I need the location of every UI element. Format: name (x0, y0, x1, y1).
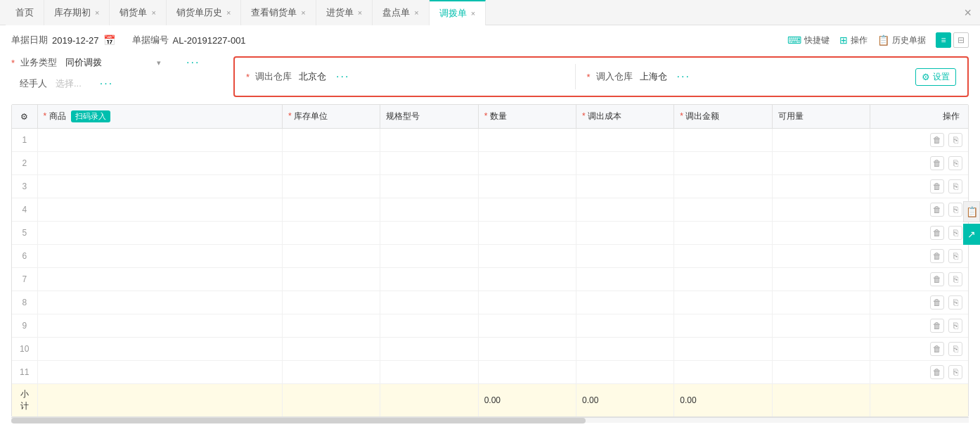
copy-row-button[interactable]: ⎘ (948, 156, 962, 170)
row-qty[interactable] (478, 338, 576, 361)
row-cost[interactable] (576, 198, 673, 222)
delete-row-button[interactable]: 🗑 (930, 342, 944, 356)
tab-stocktake[interactable]: 盘点单 × (373, 0, 429, 25)
row-cost[interactable] (576, 222, 673, 245)
row-product[interactable] (37, 314, 282, 338)
th-settings[interactable]: ⚙ (12, 105, 37, 129)
warehouse-in-value[interactable]: 上海仓 (640, 70, 667, 83)
tab-stocktake-close[interactable]: × (414, 8, 418, 17)
row-product[interactable] (37, 268, 282, 291)
tab-purchase-close[interactable]: × (358, 8, 362, 17)
shortcuts-button[interactable]: ⌨ 快捷键 (787, 34, 830, 46)
business-type-more[interactable]: ··· (186, 56, 200, 69)
tab-sales-order[interactable]: 销货单 × (110, 0, 166, 25)
side-expand-button[interactable]: ↗ (963, 224, 980, 245)
row-product[interactable] (37, 291, 282, 314)
copy-row-button[interactable]: ⎘ (948, 319, 962, 333)
warehouse-in-more[interactable]: ··· (677, 70, 690, 83)
copy-row-button[interactable]: ⎘ (948, 203, 962, 217)
tab-sales-order-close[interactable]: × (151, 8, 155, 17)
row-cost[interactable] (576, 338, 673, 361)
operator-select[interactable]: 选择... (56, 77, 82, 90)
delete-row-button[interactable]: 🗑 (930, 249, 944, 263)
row-cost[interactable] (576, 361, 673, 384)
copy-row-button[interactable]: ⎘ (948, 365, 962, 379)
row-qty[interactable] (478, 268, 576, 291)
copy-row-button[interactable]: ⎘ (948, 179, 962, 193)
row-product[interactable] (37, 152, 282, 175)
settings-button[interactable]: ⚙ 设置 (915, 68, 956, 86)
layout-list-button[interactable]: ≡ (936, 32, 951, 48)
delete-row-button[interactable]: 🗑 (930, 203, 944, 217)
business-type-select[interactable]: 同价调拨 (65, 56, 150, 69)
tab-view-sales-close[interactable]: × (301, 8, 305, 17)
row-qty[interactable] (478, 291, 576, 314)
horizontal-scrollbar[interactable] (11, 417, 969, 423)
row-cost[interactable] (576, 175, 673, 198)
calendar-icon[interactable]: 📅 (103, 34, 115, 46)
delete-row-button[interactable]: 🗑 (930, 179, 944, 193)
form-left: * 业务类型 同价调拨 ▾ ··· 经手人 选择... ··· (11, 56, 222, 90)
layout-grid-button[interactable]: ⊟ (953, 32, 969, 48)
delete-row-button[interactable]: 🗑 (930, 156, 944, 170)
history-button[interactable]: 📋 历史单据 (877, 34, 926, 46)
row-cost[interactable] (576, 129, 673, 152)
row-product[interactable] (37, 198, 282, 222)
delete-row-button[interactable]: 🗑 (930, 319, 944, 333)
business-type-star: * (11, 58, 15, 68)
row-product[interactable] (37, 222, 282, 245)
row-product[interactable] (37, 245, 282, 268)
tab-transfer[interactable]: 调拨单 × (430, 0, 486, 25)
side-notes-button[interactable]: 📋 (963, 201, 980, 222)
row-cost[interactable] (576, 314, 673, 338)
delete-row-button[interactable]: 🗑 (930, 272, 944, 286)
copy-row-button[interactable]: ⎘ (948, 295, 962, 310)
business-type-arrow[interactable]: ▾ (157, 58, 161, 68)
scrollbar-thumb[interactable] (11, 418, 586, 423)
warehouse-out-more[interactable]: ··· (336, 70, 349, 83)
warehouse-out-value[interactable]: 北京仓 (299, 70, 326, 83)
tab-view-sales[interactable]: 查看销货单 × (241, 0, 316, 25)
row-qty[interactable] (478, 129, 576, 152)
delete-row-button[interactable]: 🗑 (930, 226, 944, 240)
scan-input-button[interactable]: 扫码录入 (71, 110, 110, 122)
delete-row-button[interactable]: 🗑 (930, 133, 944, 147)
row-qty[interactable] (478, 222, 576, 245)
row-qty[interactable] (478, 198, 576, 222)
copy-row-button[interactable]: ⎘ (948, 133, 962, 147)
row-available (772, 198, 870, 222)
operator-more[interactable]: ··· (100, 77, 113, 90)
tab-sales-history-label: 销货单历史 (176, 6, 222, 19)
tab-sales-history[interactable]: 销货单历史 × (167, 0, 241, 25)
row-qty[interactable] (478, 152, 576, 175)
tab-inventory-init[interactable]: 库存期初 × (44, 0, 110, 25)
operations-button[interactable]: ⊞ 操作 (839, 34, 868, 46)
copy-row-button[interactable]: ⎘ (948, 249, 962, 263)
tab-purchase[interactable]: 进货单 × (316, 0, 373, 25)
row-product[interactable] (37, 361, 282, 384)
tab-sales-history-close[interactable]: × (226, 8, 231, 17)
copy-row-button[interactable]: ⎘ (948, 272, 962, 286)
row-qty[interactable] (478, 175, 576, 198)
row-product[interactable] (37, 129, 282, 152)
tab-inventory-init-close[interactable]: × (95, 8, 99, 17)
row-product[interactable] (37, 338, 282, 361)
row-product[interactable] (37, 175, 282, 198)
row-unit (282, 152, 380, 175)
delete-row-button[interactable]: 🗑 (930, 295, 944, 310)
tab-transfer-close[interactable]: × (471, 9, 475, 18)
warehouse-divider (575, 64, 576, 89)
subtotal-qty: 0.00 (478, 384, 576, 417)
tab-home[interactable]: 首页 (6, 0, 44, 25)
row-cost[interactable] (576, 291, 673, 314)
copy-row-button[interactable]: ⎘ (948, 226, 962, 240)
row-cost[interactable] (576, 268, 673, 291)
row-cost[interactable] (576, 245, 673, 268)
row-qty[interactable] (478, 245, 576, 268)
row-qty[interactable] (478, 361, 576, 384)
copy-row-button[interactable]: ⎘ (948, 342, 962, 356)
row-qty[interactable] (478, 314, 576, 338)
row-cost[interactable] (576, 152, 673, 175)
delete-row-button[interactable]: 🗑 (930, 365, 944, 379)
window-close-button[interactable]: × (961, 2, 974, 23)
